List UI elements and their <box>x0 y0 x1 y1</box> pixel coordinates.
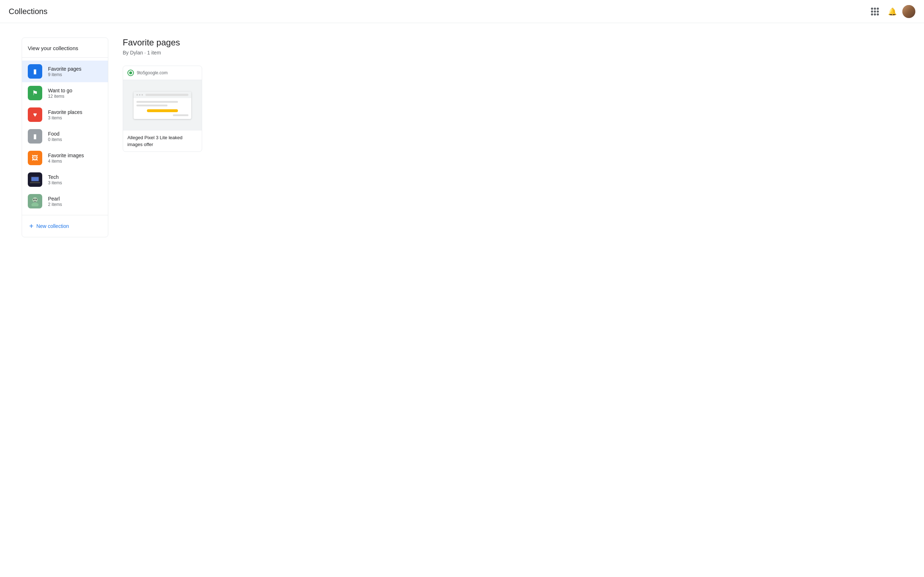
food-name: Food <box>48 131 102 137</box>
tech-count: 3 items <box>48 180 102 185</box>
favorite-images-icon: 🖼 <box>28 151 42 165</box>
sidebar-item-tech[interactable]: Tech 3 items <box>22 169 108 190</box>
collection-title: Favorite pages <box>123 37 412 48</box>
tech-icon <box>28 172 42 187</box>
card-header: 9to5google.com <box>123 66 202 80</box>
svg-rect-2 <box>30 182 40 183</box>
user-avatar[interactable] <box>902 5 915 18</box>
bookmark-gray-symbol: ▮ <box>33 132 37 140</box>
pearl-info: Pearl 2 items <box>48 196 102 207</box>
mock-browser <box>134 92 191 119</box>
sidebar-heading: View your collections <box>28 45 78 51</box>
pearl-svg <box>30 196 40 206</box>
card-favicon <box>128 69 134 76</box>
sidebar-footer: + New collection <box>22 215 108 237</box>
tech-info: Tech 3 items <box>48 174 102 185</box>
want-to-go-name: Want to go <box>48 88 102 93</box>
svg-rect-1 <box>31 177 39 181</box>
app-header: Collections 🔔 <box>0 0 924 23</box>
sidebar-header: View your collections <box>22 38 108 58</box>
collections-sidebar: View your collections ▮ Favorite pages 9… <box>22 37 108 237</box>
food-info: Food 0 items <box>48 131 102 142</box>
sidebar-item-favorite-images[interactable]: 🖼 Favorite images 4 items <box>22 147 108 169</box>
favorite-pages-info: Favorite pages 9 items <box>48 66 102 77</box>
new-collection-button[interactable]: + New collection <box>28 220 102 233</box>
card-preview <box>123 80 202 131</box>
favorite-places-info: Favorite places 3 items <box>48 109 102 121</box>
tech-name: Tech <box>48 174 102 180</box>
want-to-go-count: 12 items <box>48 94 102 99</box>
svg-point-4 <box>31 203 39 206</box>
sidebar-item-favorite-pages[interactable]: ▮ Favorite pages 9 items <box>22 61 108 82</box>
food-count: 0 items <box>48 137 102 142</box>
favorite-pages-count: 9 items <box>48 72 102 77</box>
flag-symbol: ⚑ <box>32 89 38 97</box>
mock-browser-bar <box>134 92 191 98</box>
favorite-pages-name: Favorite pages <box>48 66 102 72</box>
favicon-dot <box>129 71 132 74</box>
collection-subtitle: By Dylan · 1 item <box>123 50 412 56</box>
new-collection-label: New collection <box>36 223 69 229</box>
favorite-images-name: Favorite images <box>48 153 102 158</box>
avatar-image <box>902 5 915 18</box>
notifications-button[interactable]: 🔔 <box>885 4 900 19</box>
apps-grid-icon <box>871 8 879 16</box>
favorite-places-count: 3 items <box>48 115 102 121</box>
favorite-pages-icon: ▮ <box>28 64 42 79</box>
header-actions: 🔔 <box>868 4 915 19</box>
card-footer: Alleged Pixel 3 Lite leaked images offer <box>123 131 202 152</box>
main-layout: View your collections ▮ Favorite pages 9… <box>0 23 433 252</box>
pearl-count: 2 items <box>48 202 102 207</box>
svg-point-5 <box>33 199 35 200</box>
bell-icon: 🔔 <box>888 7 897 16</box>
apps-button[interactable] <box>868 4 882 19</box>
sidebar-item-want-to-go[interactable]: ⚑ Want to go 12 items <box>22 82 108 104</box>
image-symbol: 🖼 <box>32 154 38 162</box>
bookmark-symbol: ▮ <box>33 68 37 76</box>
mock-content <box>134 98 191 119</box>
collection-card[interactable]: 9to5google.com <box>123 66 202 152</box>
content-area: Favorite pages By Dylan · 1 item 9to5goo… <box>123 37 412 237</box>
favorite-places-icon: ♥ <box>28 108 42 122</box>
card-url: 9to5google.com <box>137 70 168 76</box>
laptop-svg <box>30 176 40 184</box>
sidebar-item-food[interactable]: ▮ Food 0 items <box>22 126 108 147</box>
sidebar-item-favorite-places[interactable]: ♥ Favorite places 3 items <box>22 104 108 126</box>
svg-point-6 <box>36 199 37 200</box>
pearl-name: Pearl <box>48 196 102 201</box>
card-title: Alleged Pixel 3 Lite leaked images offer <box>128 135 183 147</box>
collection-list: ▮ Favorite pages 9 items ⚑ Want to go 12… <box>22 58 108 215</box>
want-to-go-info: Want to go 12 items <box>48 88 102 99</box>
food-icon: ▮ <box>28 129 42 143</box>
page-title: Collections <box>9 7 48 16</box>
sidebar-item-pearl[interactable]: Pearl 2 items <box>22 190 108 212</box>
heart-symbol: ♥ <box>33 111 37 119</box>
favorite-images-info: Favorite images 4 items <box>48 153 102 164</box>
cards-grid: 9to5google.com <box>123 66 412 152</box>
favorite-images-count: 4 items <box>48 159 102 164</box>
want-to-go-icon: ⚑ <box>28 86 42 100</box>
pearl-icon <box>28 194 42 208</box>
plus-icon: + <box>29 222 34 230</box>
favorite-places-name: Favorite places <box>48 109 102 115</box>
